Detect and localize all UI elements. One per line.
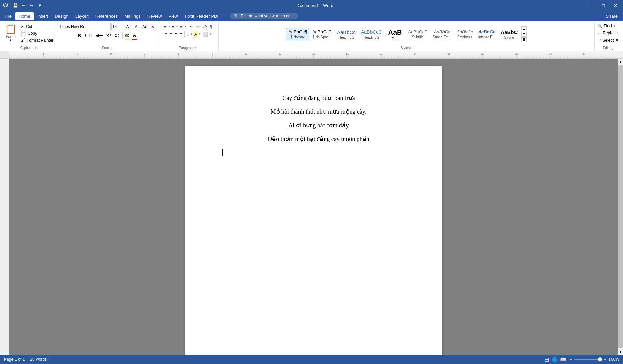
font-name-input[interactable] [58, 23, 111, 30]
style-heading2[interactable]: AaBbCcC Heading 2 [359, 28, 384, 40]
style-title[interactable]: AaB Title [385, 27, 405, 42]
increase-indent-button[interactable]: ⇒ [195, 23, 201, 30]
style-heading1[interactable]: AaBbCc Heading 1 [335, 28, 358, 41]
ruler-body: -5-303581113161821242629323437 [9, 51, 618, 58]
zoom-thumb[interactable] [598, 357, 602, 361]
menu-foxit[interactable]: Foxit Reader PDF [181, 12, 223, 20]
subscript-button[interactable]: X2 [105, 32, 113, 40]
underline-button[interactable]: U [88, 32, 94, 40]
zoom-in-button[interactable]: ＋ [603, 356, 607, 362]
minimize-button[interactable]: – [586, 1, 596, 10]
font-expand-icon[interactable]: ⎘ [110, 46, 112, 50]
show-hide-button[interactable]: ¶ [209, 23, 213, 30]
menu-insert[interactable]: Insert [34, 12, 52, 20]
copy-button[interactable]: 📄 Copy [19, 30, 55, 37]
shading-arrow[interactable]: ▼ [198, 33, 201, 36]
find-button[interactable]: 🔍 Find ▼ [596, 23, 617, 29]
paragraph-expand-icon[interactable]: ⎘ [195, 46, 197, 50]
align-right-button[interactable]: ≡ [174, 31, 178, 38]
menu-home[interactable]: Home [15, 12, 34, 20]
read-mode-button[interactable]: 📖 [560, 357, 566, 362]
shading-button[interactable]: A [193, 31, 198, 38]
styles-scroll-up[interactable]: ▲ [521, 26, 527, 31]
tell-me-box[interactable]: 🔍 Tell me what you want to do... [230, 13, 298, 19]
scroll-thumb[interactable] [618, 65, 623, 348]
customize-qat-button[interactable]: ▼ [36, 2, 43, 9]
print-layout-button[interactable]: ▤ [545, 357, 549, 362]
select-button[interactable]: ⬚ Select ▼ [596, 37, 620, 43]
menu-view[interactable]: View [165, 12, 181, 20]
sort-button[interactable]: ↕A [201, 23, 208, 30]
undo-button[interactable]: ↩ [21, 2, 27, 9]
change-case-button[interactable]: Aa [141, 23, 149, 30]
paste-button[interactable]: 📋 Paste ▼ [3, 23, 19, 43]
cut-button[interactable]: ✂ Cut [19, 24, 55, 30]
grow-font-button[interactable]: A+ [125, 23, 133, 30]
text-line-1[interactable]: Cày đồng đang buổi ban trưa [222, 93, 415, 103]
bullets-arrow[interactable]: ▼ [168, 25, 171, 28]
text-line-2[interactable]: Mồ hôi thánh thót như mưa ruộng cày. [222, 106, 415, 117]
style-no-spacing[interactable]: AaBbCcC ¶ No Spac... [310, 28, 334, 40]
document-page[interactable]: Cày đồng đang buổi ban trưa Mồ hôi thánh… [185, 66, 442, 355]
numbering-button[interactable]: ≡ [171, 23, 176, 30]
font-color-button[interactable]: A [131, 31, 137, 39]
text-highlight-button[interactable]: ab [124, 31, 131, 39]
web-layout-button[interactable]: 🌐 [552, 357, 557, 362]
italic-button[interactable]: I [83, 32, 87, 40]
bold-button[interactable]: B [77, 32, 82, 40]
style-subtitle[interactable]: AaBbCcD Subtitle [406, 28, 430, 40]
cursor-paragraph[interactable] [222, 147, 415, 158]
menu-references[interactable]: References [92, 12, 121, 20]
decrease-indent-button[interactable]: ⇐ [189, 23, 195, 30]
menu-layout[interactable]: Layout [72, 12, 92, 20]
close-button[interactable]: ✕ [611, 1, 620, 10]
strikethrough-button[interactable]: abc [94, 32, 104, 40]
center-button[interactable]: ≡ [169, 31, 173, 38]
page-content[interactable]: Cày đồng đang buổi ban trưa Mồ hôi thánh… [222, 93, 415, 158]
numbering-arrow[interactable]: ▼ [176, 25, 178, 28]
clipboard-expand-icon[interactable]: ⎘ [35, 46, 38, 50]
style-emphasis[interactable]: AaBbCc Emphasis [454, 28, 475, 40]
menu-review[interactable]: Review [144, 12, 165, 20]
restore-button[interactable]: ◻ [599, 1, 608, 10]
format-painter-button[interactable]: 🖌 Format Painter [19, 37, 55, 43]
superscript-button[interactable]: X2 [113, 32, 121, 40]
align-left-button[interactable]: ≡ [164, 31, 169, 38]
document-area[interactable]: Cày đồng đang buổi ban trưa Mồ hôi thánh… [9, 59, 618, 355]
text-line-4[interactable]: Dẻo thơm một hạt đắng cay muôn phần [222, 134, 415, 144]
bullets-button[interactable]: ≡ [163, 23, 168, 30]
style-strong[interactable]: AaBbC Strong [498, 28, 520, 41]
text-line-3[interactable]: Ai ơi bưng bát cơm đầy [222, 120, 415, 131]
menu-file[interactable]: File [1, 12, 15, 20]
borders-arrow[interactable]: ▼ [209, 33, 212, 36]
format-painter-icon: 🖌 [21, 38, 25, 43]
clear-formatting-button[interactable]: ✕ [150, 23, 156, 30]
multilevel-button[interactable]: ≡ [179, 23, 184, 30]
styles-expand-icon[interactable]: ⎘ [410, 46, 412, 50]
line-spacing-button[interactable]: ↕ [186, 31, 190, 38]
line-spacing-arrow[interactable]: ▼ [190, 33, 193, 36]
shrink-font-button[interactable]: A- [133, 23, 140, 30]
font-size-input[interactable] [111, 23, 124, 30]
style-intense-emphasis[interactable]: AaBbCc Intense E... [476, 28, 498, 40]
replace-button[interactable]: ↔ Replace [596, 30, 619, 36]
zoom-slider[interactable] [574, 359, 601, 360]
style-subtle-emphasis[interactable]: AaBbCc Subtle Em... [431, 28, 454, 40]
multilevel-arrow[interactable]: ▼ [184, 25, 187, 28]
style-normal[interactable]: AaBbCc¶ ¶ Normal [286, 28, 309, 40]
scroll-down-button[interactable]: ▼ [618, 349, 623, 355]
scroll-up-button[interactable]: ▲ [618, 59, 623, 64]
styles-more[interactable]: ☰ [521, 37, 527, 42]
menu-mailings[interactable]: Mailings [121, 12, 144, 20]
svg-text:-3: -3 [76, 52, 78, 55]
paragraph-label: Paragraph ⎘ [159, 45, 217, 50]
share-button[interactable]: Share [602, 12, 622, 20]
redo-button[interactable]: ↪ [28, 2, 35, 9]
borders-button[interactable]: ⬜ [201, 31, 209, 38]
save-button[interactable]: 💾 [11, 2, 19, 9]
styles-scroll-down[interactable]: ▼ [521, 32, 527, 37]
zoom-out-button[interactable]: － [569, 356, 573, 362]
justify-button[interactable]: ≡ [179, 31, 184, 38]
right-scrollbar[interactable]: ▲ ▼ [618, 59, 623, 355]
menu-design[interactable]: Design [51, 12, 72, 20]
